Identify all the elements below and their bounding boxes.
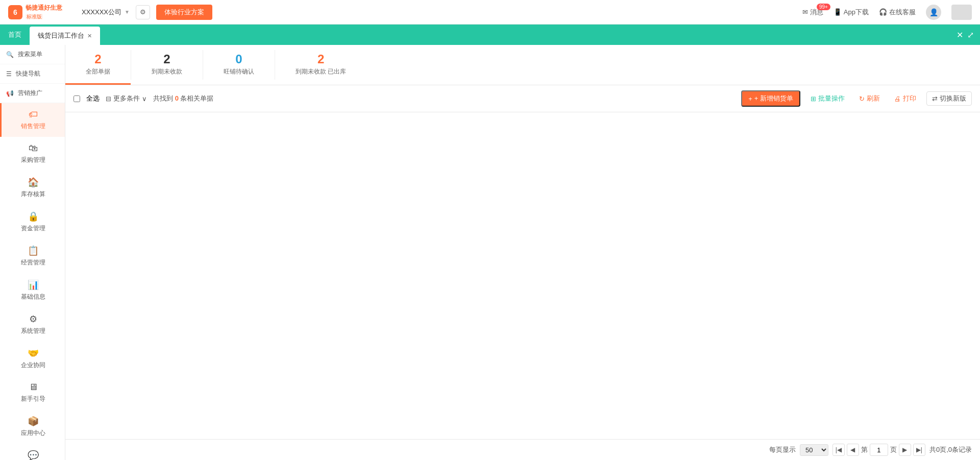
- refresh-label: 刷新: [867, 94, 880, 103]
- sidebar-search[interactable]: 🔍 搜索菜单: [0, 45, 65, 64]
- tab-bar: 首页 钱货日清工作台 ✕ ✕ ⤢: [0, 25, 980, 45]
- app-center-icon: 📦: [28, 416, 39, 427]
- tab-home[interactable]: 首页: [0, 25, 30, 45]
- sidebar-item-purchase-label: 采购管理: [21, 156, 45, 164]
- messages-button[interactable]: ✉ 消息 99+: [802, 8, 823, 17]
- logo-area: 6 畅捷通好生意 标准版: [8, 4, 74, 20]
- avatar[interactable]: 👤: [926, 5, 941, 20]
- stat-label-pending: 旺铺待确认: [224, 67, 254, 76]
- online-service-button[interactable]: 🎧 在线客服: [879, 8, 916, 17]
- sidebar-item-wechat[interactable]: 💬 企业微信: [0, 444, 65, 460]
- messages-badge: 99+: [817, 4, 830, 10]
- switch-icon: ⇄: [932, 95, 938, 103]
- sidebar-item-operations-label: 经营管理: [21, 258, 45, 267]
- app-download-button[interactable]: 📱 App下载: [834, 8, 869, 17]
- sidebar-item-finance[interactable]: 🔒 资金管理: [0, 205, 65, 239]
- settings-button[interactable]: ⚙: [136, 5, 150, 19]
- per-page-label: 每页显示: [769, 445, 796, 454]
- quick-nav-icon: ☰: [6, 70, 12, 78]
- filter-label: 更多条件: [113, 94, 140, 103]
- trial-button[interactable]: 体验行业方案: [156, 5, 212, 20]
- main-layout: 🔍 搜索菜单 ☰ 快捷导航 📢 营销推广 🏷 销售管理 🛍 采购管理 🏠 库存核…: [0, 45, 980, 460]
- first-page-button[interactable]: |◀: [832, 444, 845, 456]
- switch-new-version-button[interactable]: ⇄ 切换新版: [926, 91, 972, 106]
- user-name-area: [951, 5, 972, 20]
- operations-icon: 📋: [28, 245, 39, 256]
- enterprise-icon: 🤝: [28, 348, 39, 359]
- next-page-button[interactable]: ▶: [899, 444, 911, 456]
- sidebar-item-operations[interactable]: 📋 经营管理: [0, 239, 65, 273]
- sidebar-item-guide-label: 新手引导: [21, 395, 45, 403]
- company-dropdown-arrow: ▼: [125, 9, 130, 15]
- sidebar-marketing[interactable]: 📢 营销推广: [0, 84, 65, 103]
- guide-icon: 🖥: [29, 382, 38, 393]
- sidebar-item-basic[interactable]: 📊 基础信息: [0, 273, 65, 307]
- sidebar-item-sales-label: 销售管理: [21, 122, 45, 131]
- marketing-label: 营销推广: [18, 89, 42, 98]
- page-navigation: |◀ ◀ 第 页 ▶ ▶|: [832, 444, 925, 456]
- company-selector[interactable]: XXXXXX公司 ▼: [82, 8, 130, 17]
- message-icon: ✉: [802, 8, 808, 16]
- tab-close-icon[interactable]: ✕: [87, 33, 92, 39]
- select-all-checkbox[interactable]: [74, 95, 80, 102]
- sidebar: 🔍 搜索菜单 ☰ 快捷导航 📢 营销推广 🏷 销售管理 🛍 采购管理 🏠 库存核…: [0, 45, 65, 460]
- refresh-icon: ↻: [859, 95, 865, 103]
- sidebar-quick-nav[interactable]: ☰ 快捷导航: [0, 64, 65, 84]
- avatar-icon: 👤: [929, 8, 938, 16]
- sidebar-item-system[interactable]: ⚙ 系统管理: [0, 307, 65, 342]
- company-name: XXXXXX公司: [82, 8, 121, 17]
- sidebar-item-app-center[interactable]: 📦 应用中心: [0, 409, 65, 444]
- sidebar-item-sales[interactable]: 🏷 销售管理: [0, 103, 65, 137]
- app-download-label: App下载: [844, 8, 869, 17]
- logo-icon: 6: [8, 5, 22, 19]
- sales-icon: 🏷: [29, 109, 38, 120]
- search-menu-label: 搜索菜单: [18, 50, 42, 59]
- tab-expand-icon[interactable]: ⤢: [967, 30, 974, 40]
- stat-label-overdue: 到期未收款: [152, 67, 182, 76]
- download-icon: 📱: [834, 8, 842, 16]
- filter-button[interactable]: ⊟ 更多条件 ∨: [106, 94, 147, 103]
- system-icon: ⚙: [29, 313, 37, 325]
- print-button[interactable]: 🖨 打印: [890, 92, 920, 105]
- last-page-button[interactable]: ▶|: [913, 444, 925, 456]
- tab-workbench[interactable]: 钱货日清工作台 ✕: [30, 27, 100, 45]
- stat-label-all: 全部单据: [86, 67, 110, 76]
- stat-tab-overdue-out[interactable]: 2 到期未收款 已出库: [275, 45, 366, 85]
- stat-tab-pending[interactable]: 0 旺铺待确认: [203, 45, 275, 85]
- basic-icon: 📊: [28, 279, 39, 290]
- finance-icon: 🔒: [28, 211, 39, 222]
- tab-close-window-icon[interactable]: ✕: [957, 30, 963, 40]
- print-icon: 🖨: [894, 95, 901, 103]
- footer-pagination: 每页显示 50 100 200 |◀ ◀ 第 页 ▶ ▶| 共0页,0条记录: [65, 439, 980, 460]
- refresh-button[interactable]: ↻ 刷新: [855, 92, 884, 105]
- sidebar-item-finance-label: 资金管理: [21, 224, 45, 233]
- tab-workbench-label: 钱货日清工作台: [38, 31, 84, 40]
- sidebar-item-enterprise[interactable]: 🤝 企业协同: [0, 342, 65, 376]
- sidebar-item-purchase[interactable]: 🛍 采购管理: [0, 137, 65, 171]
- toolbar: 全选 ⊟ 更多条件 ∨ 共找到 0 条相关单据 + + 新增销货单 ⊞ 批量操作: [65, 85, 980, 112]
- found-text: 共找到 0 条相关单据: [153, 94, 213, 103]
- stat-count-pending: 0: [235, 52, 242, 66]
- sidebar-item-system-label: 系统管理: [21, 327, 45, 335]
- per-page-select[interactable]: 50 100 200: [800, 444, 828, 456]
- total-records: 共0页,0条记录: [929, 445, 972, 454]
- sidebar-item-app-center-label: 应用中心: [21, 429, 45, 438]
- filter-arrow: ∨: [142, 95, 147, 103]
- logo-text: 畅捷通好生意 标准版: [26, 4, 62, 20]
- sidebar-item-inventory[interactable]: 🏠 库存核算: [0, 171, 65, 205]
- stat-tab-overdue[interactable]: 2 到期未收款: [131, 45, 203, 85]
- prev-page-button[interactable]: ◀: [847, 444, 859, 456]
- page-of-label: 页: [890, 445, 897, 454]
- service-icon: 🎧: [879, 8, 887, 16]
- batch-operation-button[interactable]: ⊞ 批量操作: [806, 92, 849, 105]
- add-icon: +: [748, 95, 752, 103]
- sidebar-item-guide[interactable]: 🖥 新手引导: [0, 376, 65, 409]
- found-count: 0: [175, 94, 179, 102]
- sidebar-item-inventory-label: 库存核算: [21, 190, 45, 199]
- stat-tab-all[interactable]: 2 全部单据: [65, 45, 131, 85]
- page-input[interactable]: [870, 444, 888, 456]
- add-sales-button[interactable]: + + 新增销货单: [741, 90, 800, 107]
- top-right-area: ✉ 消息 99+ 📱 App下载 🎧 在线客服 👤: [802, 5, 972, 20]
- settings-icon: ⚙: [140, 8, 146, 16]
- top-bar: 6 畅捷通好生意 标准版 XXXXXX公司 ▼ ⚙ 体验行业方案 ✉ 消息 99…: [0, 0, 980, 25]
